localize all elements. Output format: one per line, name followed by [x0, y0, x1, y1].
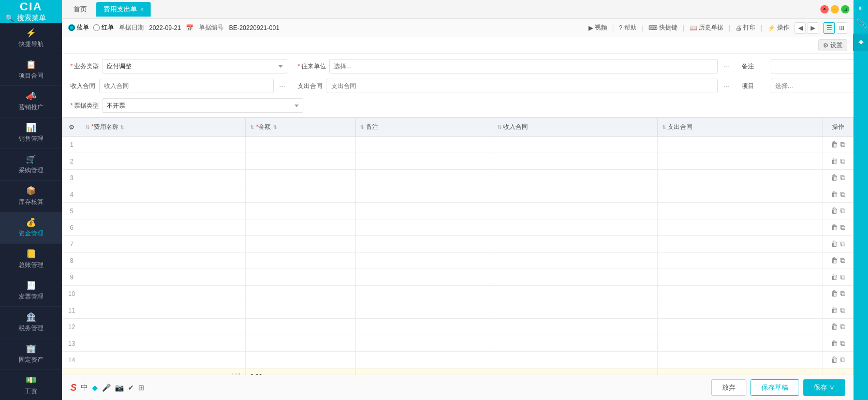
- col-gear[interactable]: ⚙: [63, 118, 81, 137]
- copy-row-icon[interactable]: ⧉: [840, 190, 845, 199]
- payee-input[interactable]: [329, 59, 718, 73]
- sidebar-item-project-contract[interactable]: 📋 项目合同: [0, 54, 62, 86]
- amount-cell[interactable]: [246, 153, 356, 170]
- delete-row-icon[interactable]: 🗑: [831, 157, 838, 166]
- copy-row-icon[interactable]: ⧉: [840, 355, 845, 364]
- expense-name-cell[interactable]: [81, 219, 246, 236]
- right-panel-btn-1[interactable]: ≡: [855, 2, 866, 14]
- expense-name-cell[interactable]: [81, 269, 246, 286]
- red-bill-radio[interactable]: 红单: [93, 23, 114, 32]
- expense-contract-cell[interactable]: [657, 335, 822, 352]
- expense-name-cell[interactable]: [81, 153, 246, 170]
- remark-cell[interactable]: [356, 319, 493, 335]
- expense-name-cell[interactable]: [81, 286, 246, 302]
- delete-row-icon[interactable]: 🗑: [831, 273, 838, 282]
- delete-row-icon[interactable]: 🗑: [831, 306, 838, 315]
- prev-record-button[interactable]: ◀: [795, 22, 806, 34]
- copy-row-icon[interactable]: ⧉: [840, 289, 845, 298]
- income-contract-cell[interactable]: [493, 352, 657, 368]
- help-button[interactable]: ? 帮助: [619, 23, 637, 32]
- expense-contract-cell[interactable]: [657, 219, 822, 236]
- window-maximize-button[interactable]: □: [841, 5, 849, 13]
- amount-cell[interactable]: [246, 137, 356, 153]
- expense-contract-cell[interactable]: [657, 186, 822, 203]
- remark-cell[interactable]: [356, 236, 493, 253]
- remark-cell[interactable]: [356, 286, 493, 302]
- expense-name-cell[interactable]: [81, 137, 246, 153]
- blue-bill-radio[interactable]: 蓝单: [68, 23, 89, 32]
- window-minimize-button[interactable]: −: [831, 5, 839, 13]
- expense-contract-cell[interactable]: [657, 253, 822, 269]
- copy-row-icon[interactable]: ⧉: [840, 339, 845, 348]
- delete-row-icon[interactable]: 🗑: [831, 240, 838, 248]
- expense-name-cell[interactable]: [81, 203, 246, 219]
- amount-cell[interactable]: [246, 253, 356, 269]
- sidebar-item-purchase[interactable]: 🛒 采购管理: [0, 149, 62, 181]
- income-contract-input[interactable]: [99, 79, 274, 93]
- discard-button[interactable]: 放弃: [711, 379, 746, 396]
- expense-contract-cell[interactable]: [657, 286, 822, 302]
- delete-row-icon[interactable]: 🗑: [831, 173, 838, 182]
- expense-name-cell[interactable]: [81, 253, 246, 269]
- amount-cell[interactable]: [246, 170, 356, 186]
- remark-cell[interactable]: [356, 186, 493, 203]
- project-input[interactable]: [771, 79, 854, 93]
- remark-cell[interactable]: [356, 219, 493, 236]
- sidebar-item-marketing[interactable]: 📣 营销推广: [0, 86, 62, 117]
- tab-home[interactable]: 首页: [66, 2, 94, 17]
- delete-row-icon[interactable]: 🗑: [831, 206, 838, 215]
- save-button[interactable]: 保存 ∨: [803, 379, 845, 396]
- delete-row-icon[interactable]: 🗑: [831, 322, 838, 331]
- history-button[interactable]: 📖 历史单据: [689, 23, 724, 32]
- remark-cell[interactable]: [356, 253, 493, 269]
- right-panel-btn-2[interactable]: 📎: [853, 15, 868, 33]
- shortcuts-button[interactable]: ⌨ 快捷键: [649, 23, 678, 32]
- expense-contract-more-button[interactable]: ···: [721, 82, 731, 90]
- check-icon[interactable]: ✔: [128, 383, 134, 392]
- right-panel-btn-3[interactable]: ✦: [853, 34, 868, 51]
- expense-name-cell[interactable]: [81, 352, 246, 368]
- income-contract-cell[interactable]: [493, 335, 657, 352]
- col-expense-name[interactable]: ⇅ *费用名称 ⇅: [81, 118, 246, 137]
- zhong-icon[interactable]: 中: [81, 383, 88, 392]
- copy-row-icon[interactable]: ⧉: [840, 256, 845, 265]
- remark-cell[interactable]: [356, 335, 493, 352]
- remark-cell[interactable]: [356, 352, 493, 368]
- remark-cell[interactable]: [356, 153, 493, 170]
- col-amount[interactable]: ⇅ *金额 ⇅: [246, 118, 356, 137]
- delete-row-icon[interactable]: 🗑: [831, 256, 838, 265]
- amount-cell[interactable]: [246, 236, 356, 253]
- copy-row-icon[interactable]: ⧉: [840, 273, 845, 282]
- income-contract-cell[interactable]: [493, 319, 657, 335]
- sidebar-item-tax[interactable]: 🏦 税务管理: [0, 307, 62, 338]
- delete-row-icon[interactable]: 🗑: [831, 355, 838, 364]
- sidebar-search[interactable]: 🔍 搜索菜单: [0, 13, 62, 23]
- delete-row-icon[interactable]: 🗑: [831, 339, 838, 348]
- sidebar-item-invoice[interactable]: 🧾 发票管理: [0, 275, 62, 307]
- amount-cell[interactable]: [246, 219, 356, 236]
- copy-row-icon[interactable]: ⧉: [840, 306, 845, 315]
- amount-cell[interactable]: [246, 186, 356, 203]
- sidebar-item-salary[interactable]: 💵 工资: [0, 370, 62, 400]
- grid-view-button[interactable]: ⊞: [836, 22, 847, 34]
- income-contract-more-button[interactable]: ···: [277, 82, 287, 90]
- expense-name-cell[interactable]: [81, 319, 246, 335]
- copy-row-icon[interactable]: ⧉: [840, 157, 845, 166]
- amount-cell[interactable]: [246, 269, 356, 286]
- sidebar-item-inventory[interactable]: 📦 库存核算: [0, 181, 62, 212]
- form-settings-button[interactable]: ⚙ 设置: [818, 39, 847, 51]
- tab-close-icon[interactable]: ×: [140, 6, 143, 12]
- sidebar-item-capital[interactable]: 💰 资金管理: [0, 212, 62, 244]
- list-view-button[interactable]: ☰: [823, 22, 835, 34]
- income-contract-cell[interactable]: [493, 203, 657, 219]
- col-expense-contract[interactable]: ⇅ 支出合同: [657, 118, 822, 137]
- remark-cell[interactable]: [356, 137, 493, 153]
- payee-more-button[interactable]: ···: [721, 62, 731, 70]
- expense-contract-cell[interactable]: [657, 137, 822, 153]
- delete-row-icon[interactable]: 🗑: [831, 223, 838, 232]
- income-contract-cell[interactable]: [493, 219, 657, 236]
- next-record-button[interactable]: ▶: [807, 22, 818, 34]
- income-contract-cell[interactable]: [493, 153, 657, 170]
- amount-cell[interactable]: [246, 352, 356, 368]
- amount-cell[interactable]: [246, 286, 356, 302]
